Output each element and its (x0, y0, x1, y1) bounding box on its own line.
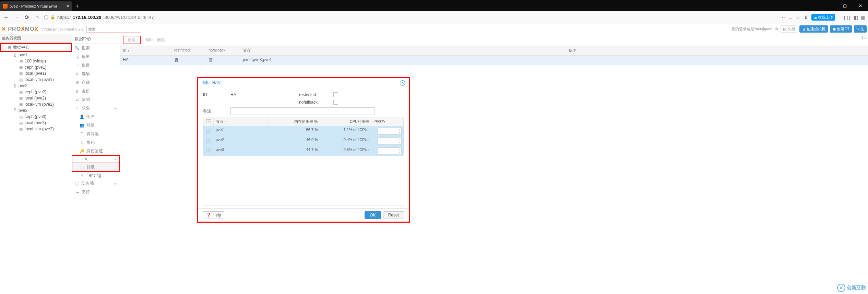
storage-icon: ▤ (19, 102, 23, 107)
priority-spinner[interactable] (378, 148, 402, 154)
download-icon[interactable]: ⬇ (804, 15, 808, 20)
tree-item[interactable]: ▤local-lvm (pve3) (0, 126, 72, 132)
tree-title: 服务器视图 (0, 34, 72, 43)
upload-pill[interactable]: ☁在线上传 (811, 14, 835, 21)
ext-icon[interactable]: ▦ (861, 15, 865, 20)
config-item[interactable]: 🗎备份 (72, 87, 120, 95)
info-icon[interactable]: ⓘ (44, 14, 48, 21)
tree-datacenter[interactable]: 🗄数据中心 (0, 43, 72, 52)
dialog-title-bar[interactable]: 编辑: HA组 ✕ (198, 78, 409, 88)
row-checkbox[interactable] (206, 129, 211, 133)
col-node[interactable]: 节点 ↑ (214, 117, 269, 126)
tree-node[interactable]: 🗄pve1 (0, 52, 72, 58)
config-item[interactable]: 👥群组 (72, 121, 120, 130)
tree-item[interactable]: ▤local (pve3) (0, 120, 72, 126)
sidebar-icon[interactable]: ◧ (854, 15, 858, 20)
more-icon[interactable]: ⋯ (780, 15, 785, 20)
config-item[interactable]: ⌗Fencing (72, 172, 120, 179)
config-item[interactable]: ✓权限▶ (72, 104, 120, 113)
col-remark[interactable]: 备注 (566, 46, 868, 55)
config-item[interactable]: ▤概要 (72, 52, 120, 61)
config-item[interactable]: ♡HA▶ (72, 155, 120, 163)
priority-spinner[interactable] (378, 128, 402, 134)
config-item[interactable]: ◯防火墙▶ (72, 179, 120, 188)
forward-button[interactable]: → (13, 14, 20, 21)
config-item[interactable]: 👤用户 (72, 113, 120, 121)
dropdown-icon[interactable]: ⌄ (788, 15, 793, 20)
close-window-button[interactable]: ✕ (853, 1, 868, 11)
config-panel: 数据中心 🔍搜索▤概要⬚集群⚙选项▤存储🗎备份⇄复制✓权限▶👤用户👥群组☷资源池… (72, 34, 120, 294)
create-button[interactable]: 创建 (123, 36, 141, 44)
remove-button[interactable]: 删除 (157, 37, 165, 43)
right-help-label[interactable]: Ha (862, 36, 867, 40)
config-item[interactable]: ⬚集群 (72, 61, 120, 70)
tree-node[interactable]: 🗄pve3 (0, 107, 72, 114)
close-icon[interactable]: × (67, 3, 69, 9)
tree-item[interactable]: ▤local-lvm (pve2) (0, 101, 72, 107)
node-icon: 🗄 (12, 108, 17, 113)
grid-row[interactable]: HA 否 否 pve2,pve3,pve1 (120, 56, 868, 65)
browser-tab[interactable]: pve2 - Proxmox Virtual Envir × (0, 1, 72, 11)
new-tab-button[interactable]: + (72, 1, 82, 11)
create-vm-button[interactable]: 🖥创建虚拟机 (799, 25, 828, 33)
col-cpu[interactable]: CPU利用率 (320, 117, 371, 126)
tree-item[interactable]: ▤local (pve2) (0, 95, 72, 101)
node-row[interactable]: pve344.7 %0.3% of 4CPUs (203, 146, 404, 156)
gear-icon[interactable]: ⚙ (775, 27, 778, 31)
remark-input[interactable] (230, 107, 374, 115)
tree-node[interactable]: 🗄pve2 (0, 83, 72, 89)
logout-button[interactable]: ↪注 (854, 25, 867, 33)
col-restricted[interactable]: restricted (171, 46, 206, 55)
node-row[interactable]: pve246.0 %0.4% of 4CPUs (203, 136, 404, 146)
reload-button[interactable]: ⟳ (23, 14, 30, 21)
nofailback-checkbox[interactable] (333, 100, 338, 105)
ok-button[interactable]: OK (365, 211, 381, 219)
config-icon: 👥 (80, 123, 84, 128)
tree-item[interactable]: ▤ceph (pve1) (0, 64, 72, 70)
library-icon[interactable]: ⫿⫿⫿ (844, 15, 851, 20)
config-item[interactable]: ♔角色 (72, 138, 120, 147)
dialog-close-button[interactable]: ✕ (400, 80, 405, 86)
config-item[interactable]: ⚙选项 (72, 70, 120, 78)
tree-item[interactable]: ▤local-lvm (pve1) (0, 77, 72, 83)
select-all-checkbox[interactable] (206, 119, 211, 124)
tree-item[interactable]: ▤local (pve1) (0, 70, 72, 77)
col-id[interactable]: 组 ↑ (120, 46, 171, 55)
col-priority[interactable]: Priority (371, 117, 404, 126)
config-item[interactable]: ☷资源池 (72, 130, 120, 138)
config-item[interactable]: ⇄复制 (72, 95, 120, 104)
minimize-button[interactable]: ― (822, 1, 837, 11)
edit-button[interactable]: 编辑 (145, 37, 153, 43)
tree-item[interactable]: ▤ceph (pve2) (0, 89, 72, 95)
row-checkbox[interactable] (206, 149, 211, 153)
storage-icon: ▤ (19, 78, 23, 82)
help-button[interactable]: ❓Help (203, 211, 224, 219)
tree-item[interactable]: ▤ceph (pve3) (0, 114, 72, 120)
col-nodes[interactable]: 节点 (240, 46, 566, 55)
url-bar[interactable]: ⓘ 🔒 https://172.16.100.20:8006/#v1:0:18:… (44, 14, 716, 21)
restricted-checkbox[interactable] (333, 92, 338, 97)
node-row[interactable]: pve156.7 %1.1% of 4CPUs (203, 126, 404, 136)
col-mem[interactable]: 内存使用率 % (269, 117, 320, 126)
maximize-button[interactable]: ▢ (837, 1, 853, 11)
config-item[interactable]: ⬚群组 (72, 163, 120, 172)
star-icon[interactable]: ☆ (796, 15, 800, 20)
reset-button[interactable]: Reset (383, 211, 404, 219)
config-icon: 🔑 (80, 149, 84, 153)
priority-spinner[interactable] (378, 138, 402, 144)
storage-icon: ▤ (19, 65, 23, 70)
config-item[interactable]: 🔑身份验证 (72, 147, 120, 155)
header-search-input[interactable] (86, 26, 141, 33)
home-button[interactable]: ⌂ (34, 14, 40, 21)
config-item[interactable]: 🔍搜索 (72, 44, 120, 52)
back-button[interactable]: ← (3, 14, 10, 21)
tree-item[interactable]: 🖥100 (winxp) (0, 58, 72, 64)
storage-icon: 🖥 (19, 59, 23, 63)
col-nofailback[interactable]: nofailback (206, 46, 240, 55)
docs-button[interactable]: ▤文档 (781, 25, 797, 33)
row-checkbox[interactable] (206, 139, 211, 143)
create-ct-button[interactable]: ▣创建CT (830, 25, 852, 33)
config-item[interactable]: ▤存储 (72, 78, 120, 87)
help-icon: ❓ (206, 213, 211, 217)
config-item[interactable]: ☁支持 (72, 188, 120, 196)
